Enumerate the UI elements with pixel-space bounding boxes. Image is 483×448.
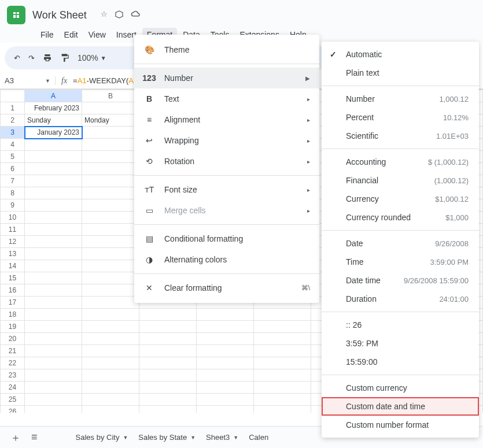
sheet-tab[interactable]: Calen — [249, 433, 268, 442]
format-menu: 🎨Theme 123Number▶ BText▸ ≡Alignment▸ ↩Wr… — [134, 35, 319, 303]
all-sheets-icon[interactable]: ≡ — [31, 431, 38, 443]
menu-alignment[interactable]: ≡Alignment▸ — [134, 109, 319, 130]
menu-edit[interactable]: Edit — [60, 28, 83, 42]
paint-format-icon[interactable] — [60, 53, 69, 62]
menu-text[interactable]: BText▸ — [134, 88, 319, 109]
fmt-sample-2[interactable]: 3:59: PM — [322, 334, 479, 353]
doc-title[interactable]: Work Sheet — [32, 9, 87, 21]
fmt-accounting[interactable]: Accounting$ (1,000.12) — [322, 153, 479, 171]
select-all-corner[interactable] — [1, 90, 25, 102]
cell[interactable]: Monday — [82, 114, 139, 127]
submenu-arrow-icon: ▸ — [307, 187, 310, 193]
cloud-status-icon[interactable] — [131, 10, 141, 21]
col-header[interactable]: A — [25, 90, 82, 102]
fmt-currency[interactable]: Currency$1,000.12 — [322, 190, 479, 208]
zoom-select[interactable]: 100% ▼ — [78, 53, 106, 62]
sheets-logo[interactable] — [7, 6, 25, 24]
star-icon[interactable]: ☆ — [101, 10, 108, 21]
submenu-arrow-icon: ▸ — [307, 138, 310, 144]
fx-icon: fx — [56, 76, 73, 86]
sheet-tab[interactable]: Sales by State▼ — [138, 433, 196, 442]
menu-wrapping[interactable]: ↩Wrapping▸ — [134, 130, 319, 151]
number-icon: 123 — [143, 73, 155, 83]
palette-icon: 🎨 — [143, 45, 155, 54]
col-header[interactable]: B — [82, 90, 139, 102]
fmt-automatic[interactable]: Automatic — [322, 45, 479, 64]
drop-icon: ◑ — [143, 255, 155, 264]
formula-bar[interactable]: =A1-WEEKDAY(A — [73, 76, 134, 85]
redo-icon[interactable]: ↷ — [28, 54, 35, 62]
menu-clearformat[interactable]: ✕Clear formatting⌘\ — [134, 277, 319, 298]
zoom-value: 100% — [78, 53, 98, 62]
fmt-financial[interactable]: Financial(1,000.12) — [322, 171, 479, 190]
add-sheet-icon[interactable]: ＋ — [10, 431, 21, 445]
conditional-icon: ▤ — [143, 234, 155, 243]
cell[interactable]: Sunday — [25, 114, 82, 127]
wrap-icon: ↩ — [143, 136, 155, 145]
clear-icon: ✕ — [143, 283, 155, 293]
fmt-custom-datetime[interactable]: Custom date and time — [322, 397, 479, 416]
submenu-arrow-icon: ▸ — [307, 158, 310, 165]
menu-alternating[interactable]: ◑Alternating colors — [134, 249, 319, 270]
print-icon[interactable] — [43, 53, 52, 62]
fmt-date[interactable]: Date9/26/2008 — [322, 234, 479, 253]
align-icon: ≡ — [143, 115, 155, 124]
fmt-sample-3[interactable]: 15:59:00 — [322, 353, 479, 371]
menu-theme[interactable]: 🎨Theme — [134, 39, 319, 60]
fmt-custom-currency[interactable]: Custom currency — [322, 379, 479, 397]
chevron-down-icon: ▼ — [190, 435, 196, 440]
submenu-arrow-icon: ▶ — [305, 75, 310, 82]
undo-icon[interactable]: ↶ — [14, 54, 20, 62]
chevron-down-icon: ▼ — [233, 435, 238, 440]
menu-conditional[interactable]: ▤Conditional formatting — [134, 228, 319, 249]
fmt-scientific[interactable]: Scientific1.01E+03 — [322, 127, 479, 145]
fmt-number[interactable]: Number1,000.12 — [322, 90, 479, 108]
submenu-arrow-icon: ▸ — [307, 117, 310, 123]
submenu-arrow-icon: ▸ — [307, 208, 310, 214]
chevron-down-icon: ▼ — [101, 55, 106, 61]
menu-number[interactable]: 123Number▶ — [134, 68, 319, 88]
sheet-tab[interactable]: Sheet3▼ — [206, 433, 238, 442]
menu-file[interactable]: File — [36, 28, 58, 42]
menu-mergecells: ▭Merge cells▸ — [134, 200, 319, 221]
fmt-custom-number[interactable]: Custom number format — [322, 416, 479, 434]
name-box[interactable]: A3 ▼ — [0, 76, 56, 85]
number-format-menu: Automatic Plain text Number1,000.12 Perc… — [322, 42, 479, 438]
active-cell[interactable]: January 2023 — [25, 127, 82, 139]
chevron-down-icon: ▼ — [123, 435, 128, 440]
fmt-duration[interactable]: Duration24:01:00 — [322, 290, 479, 308]
merge-icon: ▭ — [143, 206, 155, 215]
fmt-percent[interactable]: Percent10.12% — [322, 108, 479, 127]
fontsize-icon: ᴛT — [143, 185, 155, 194]
row-header[interactable]: 2 — [1, 114, 25, 127]
fmt-time[interactable]: Time3:59:00 PM — [322, 253, 479, 271]
rotation-icon: ⟲ — [143, 157, 155, 166]
row-header[interactable]: 1 — [1, 102, 25, 114]
menu-rotation[interactable]: ⟲Rotation▸ — [134, 151, 319, 172]
chevron-down-icon: ▼ — [45, 78, 50, 84]
fmt-sample-1[interactable]: :: 26 — [322, 316, 479, 334]
shortcut-label: ⌘\ — [301, 284, 310, 292]
bold-icon: B — [143, 94, 155, 103]
fmt-currency-rounded[interactable]: Currency rounded$1,000 — [322, 208, 479, 227]
name-box-value: A3 — [5, 76, 14, 85]
fmt-plaintext[interactable]: Plain text — [322, 64, 479, 82]
menu-view[interactable]: View — [84, 28, 110, 42]
move-icon[interactable] — [115, 10, 124, 21]
row-header[interactable]: 3 — [1, 127, 25, 139]
submenu-arrow-icon: ▸ — [307, 96, 310, 102]
sheet-tab[interactable]: Sales by City▼ — [76, 433, 128, 442]
cell[interactable]: February 2023 — [25, 102, 82, 114]
menu-fontsize[interactable]: ᴛTFont size▸ — [134, 179, 319, 200]
fmt-datetime[interactable]: Date time9/26/2008 15:59:00 — [322, 271, 479, 290]
